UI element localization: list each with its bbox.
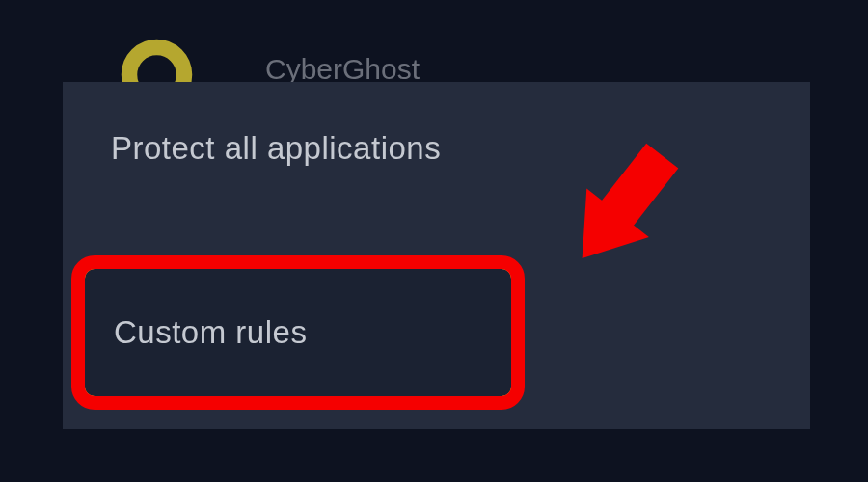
menu-option-protect-all[interactable]: Protect all applications [111, 130, 441, 167]
arrow-annotation-icon [526, 125, 699, 280]
highlight-box-annotation [71, 255, 525, 410]
custom-rules-highlight-wrapper: Custom rules [71, 255, 525, 410]
app-name-label: CyberGhost [265, 53, 420, 86]
